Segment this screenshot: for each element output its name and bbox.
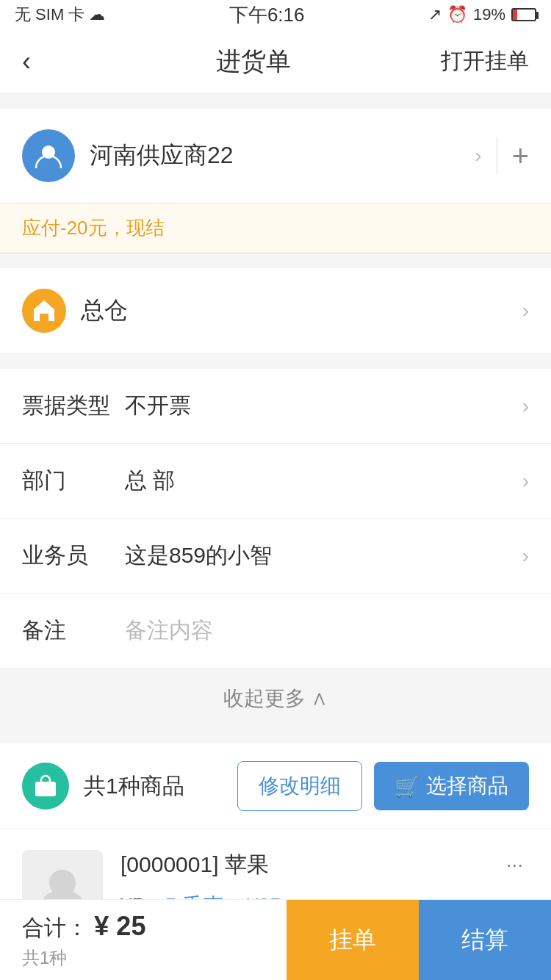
ticket-type-label: 票据类型 xyxy=(22,391,110,421)
shopping-bag-icon xyxy=(32,773,59,799)
total-amount: ¥ 25 xyxy=(94,911,145,941)
status-time: 下午6:16 xyxy=(229,2,305,28)
department-arrow-icon: › xyxy=(522,469,529,493)
user-icon xyxy=(33,140,64,171)
bottom-bar: 合计： ¥ 25 共1种 挂单 结算 xyxy=(0,899,551,980)
supplier-name: 河南供应商22 xyxy=(90,140,475,172)
warehouse-card: 总仓 › xyxy=(0,268,551,354)
ticket-type-row[interactable]: 票据类型 不开票 › xyxy=(0,369,551,444)
alarm-icon: ⏰ xyxy=(447,5,467,24)
battery-icon xyxy=(511,8,536,21)
product-icon xyxy=(22,763,69,810)
warehouse-row[interactable]: 总仓 › xyxy=(0,268,551,354)
status-bar: 无 SIM 卡 ☁ 下午6:16 ↗ ⏰ 19% xyxy=(0,0,551,29)
info-fields-card: 票据类型 不开票 › 部门 总 部 › 业务员 这是859的小智 › 备注 备注… xyxy=(0,369,551,669)
department-row[interactable]: 部门 总 部 › xyxy=(0,444,551,519)
supplier-arrow-icon: › xyxy=(475,144,481,167)
remark-input[interactable]: 备注内容 xyxy=(110,616,529,646)
hang-button[interactable]: 挂单 xyxy=(287,900,419,980)
battery-label: 19% xyxy=(473,5,505,24)
department-value: 总 部 xyxy=(110,466,522,496)
status-bar-right: ↗ ⏰ 19% xyxy=(428,5,536,24)
nav-bar: ‹ 进货单 打开挂单 xyxy=(0,29,551,94)
ticket-type-arrow-icon: › xyxy=(522,394,529,418)
supplier-row[interactable]: 河南供应商22 › + xyxy=(0,109,551,203)
section-gap-2 xyxy=(0,253,551,268)
back-button[interactable]: ‹ xyxy=(22,46,66,77)
location-icon: ↗ xyxy=(428,5,442,24)
section-gap-1 xyxy=(0,94,551,109)
warehouse-name: 总仓 xyxy=(81,295,522,327)
product-code: [0000001] xyxy=(120,852,218,876)
total-amount-row: 合计： ¥ 25 xyxy=(22,911,264,943)
home-icon xyxy=(31,298,57,324)
salesperson-label: 业务员 xyxy=(22,541,110,571)
salesperson-value: 这是859的小智 xyxy=(110,541,522,571)
status-bar-left: 无 SIM 卡 ☁ xyxy=(15,4,105,26)
ticket-type-value: 不开票 xyxy=(110,391,522,421)
divider xyxy=(497,137,497,174)
collapse-button[interactable]: 收起更多 ∧ xyxy=(0,669,551,729)
product-header: 共1种商品 修改明细 🛒 选择商品 xyxy=(0,743,551,829)
open-pending-button[interactable]: 打开挂单 xyxy=(441,46,529,76)
product-name: [0000001] 苹果 xyxy=(120,850,500,880)
product-count: 共1种商品 xyxy=(84,771,237,801)
cart-icon: 🛒 xyxy=(395,774,420,799)
select-product-button[interactable]: 🛒 选择商品 xyxy=(374,762,529,810)
department-label: 部门 xyxy=(22,466,110,496)
sim-status: 无 SIM 卡 ☁ xyxy=(15,4,105,26)
modify-detail-button[interactable]: 修改明细 xyxy=(237,761,362,811)
settle-button[interactable]: 结算 xyxy=(419,900,551,980)
warehouse-icon xyxy=(22,289,66,333)
svg-rect-1 xyxy=(35,782,56,796)
remark-label: 备注 xyxy=(22,616,110,646)
supplier-avatar xyxy=(22,129,75,182)
total-label: 合计： xyxy=(22,915,88,940)
warehouse-arrow-icon: › xyxy=(522,299,529,323)
notice-banner: 应付-20元，现结 xyxy=(0,203,551,253)
remark-row[interactable]: 备注 备注内容 xyxy=(0,594,551,669)
page-title: 进货单 xyxy=(216,45,291,79)
bottom-total: 合计： ¥ 25 共1种 xyxy=(0,900,287,980)
salesperson-arrow-icon: › xyxy=(522,544,529,568)
supplier-card: 河南供应商22 › + 应付-20元，现结 xyxy=(0,109,551,253)
section-gap-3 xyxy=(0,354,551,369)
salesperson-row[interactable]: 业务员 这是859的小智 › xyxy=(0,519,551,594)
add-supplier-button[interactable]: + xyxy=(512,140,529,173)
section-gap-4 xyxy=(0,729,551,743)
total-count: 共1种 xyxy=(22,946,264,970)
product-title-name: 苹果 xyxy=(225,852,269,876)
product-more-button[interactable]: ··· xyxy=(500,850,529,879)
select-product-label: 选择商品 xyxy=(426,772,508,800)
